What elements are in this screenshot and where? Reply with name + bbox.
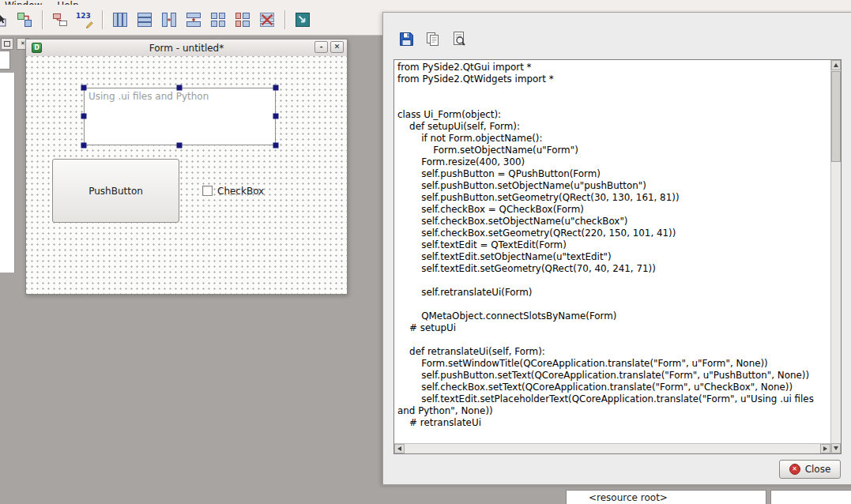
pushbutton-widget[interactable]: PushButton <box>52 159 179 223</box>
code-line: self.checkBox = QCheckBox(Form) <box>397 204 830 216</box>
code-line: self.textEdit.setObjectName(u"textEdit") <box>397 251 830 263</box>
code-line: self.checkBox.setText(QCoreApplication.t… <box>397 382 830 393</box>
code-line: class Ui_Form(object): <box>397 109 830 121</box>
code-line: self.textEdit.setPlaceholderText(QCoreAp… <box>397 393 830 405</box>
break-layout-icon[interactable] <box>258 10 277 29</box>
code-line: def setupUi(self, Form): <box>397 121 830 133</box>
edit-tab-order-icon[interactable]: 123 <box>75 10 94 29</box>
form-canvas[interactable]: Using .ui files and Python PushButton Ch… <box>26 56 347 294</box>
resource-side-panel[interactable] <box>770 490 851 504</box>
close-x-glyph: ✕ <box>792 466 797 472</box>
checkbox-unchecked-icon[interactable] <box>202 186 213 196</box>
minimize-icon: - <box>320 43 323 51</box>
code-line: self.retranslateUi(Form) <box>397 287 830 299</box>
widgetbox-list[interactable] <box>0 73 15 273</box>
pencil-glyph <box>85 21 94 29</box>
code-line <box>397 299 830 310</box>
selection-handle[interactable] <box>81 85 87 91</box>
selection-handle[interactable] <box>177 85 183 91</box>
code-line: QMetaObject.connectSlotsByName(Form) <box>397 310 830 322</box>
code-line: # setupUi <box>397 322 830 334</box>
form-window-title: Form - untitled* <box>26 43 347 54</box>
toolbar-separator <box>42 10 43 29</box>
arrow-right-icon <box>823 446 827 451</box>
scroll-left-button[interactable] <box>394 444 405 453</box>
selection-handle[interactable] <box>273 85 279 91</box>
menubar: Window Help <box>0 0 851 5</box>
code-dialog-toolbar <box>397 30 467 47</box>
dock-float-button[interactable] <box>1 38 13 50</box>
code-line <box>397 275 830 287</box>
code-line <box>397 97 830 109</box>
copy-icon[interactable] <box>424 30 441 47</box>
code-line: from PySide2.QtWidgets import * <box>397 73 830 85</box>
form-window-caption-buttons: - ✕ <box>314 41 344 53</box>
horizontal-scrollbar[interactable] <box>394 443 830 453</box>
code-line <box>397 334 830 346</box>
save-icon[interactable] <box>397 30 415 47</box>
layout-grid-icon[interactable] <box>209 10 228 29</box>
minimize-button[interactable]: - <box>314 41 328 53</box>
resource-root-item[interactable]: <resource root> <box>589 492 668 503</box>
selection-handle[interactable] <box>273 114 279 119</box>
textedit-placeholder: Using .ui files and Python <box>88 91 209 102</box>
selection-handle[interactable] <box>81 114 87 119</box>
arrow-left-icon <box>397 446 401 451</box>
code-text[interactable]: from PySide2.QtGui import *from PySide2.… <box>394 60 830 443</box>
checkbox-widget[interactable]: CheckBox <box>202 175 282 207</box>
checkbox-label: CheckBox <box>217 186 264 197</box>
code-line: self.pushButton = QPushButton(Form) <box>397 168 830 180</box>
edit-widgets-icon[interactable] <box>0 10 9 29</box>
vertical-scrollbar[interactable] <box>830 60 841 453</box>
code-view-frame: from PySide2.QtGui import *from PySide2.… <box>393 59 842 454</box>
float-icon <box>4 41 10 47</box>
selection-handle[interactable] <box>81 143 87 149</box>
code-line: from PySide2.QtGui import * <box>397 62 830 73</box>
arrow-up-icon <box>834 63 838 67</box>
code-line: Form.resize(400, 300) <box>397 156 830 168</box>
edit-signals-slots-icon[interactable] <box>15 10 34 29</box>
form-window-titlebar[interactable]: Form - untitled* D - ✕ <box>26 39 347 57</box>
textedit-widget[interactable]: Using .ui files and Python <box>84 88 276 145</box>
close-button[interactable]: ✕ <box>330 41 344 53</box>
vertical-scrollbar-thumb[interactable] <box>831 71 841 162</box>
layout-vertical-splitter-icon[interactable] <box>184 10 203 29</box>
toolbar-separator <box>102 10 103 29</box>
code-line: self.textEdit.setGeometry(QRect(70, 40, … <box>397 263 830 275</box>
selection-handle[interactable] <box>177 143 183 149</box>
form-editor-window: Form - untitled* D - ✕ Using .ui files a… <box>25 39 348 295</box>
widgetbox-filter-input[interactable] <box>0 51 10 70</box>
menu-help[interactable]: Help <box>52 0 85 5</box>
qt-designer-screen: Window Help 123 <box>0 0 851 504</box>
code-line: self.checkBox.setObjectName(u"checkBox") <box>397 216 830 228</box>
code-line: and Python", None)) <box>397 405 830 417</box>
code-line: Form.setObjectName(u"Form") <box>397 145 830 156</box>
pushbutton-label: PushButton <box>88 186 143 197</box>
selection-handle[interactable] <box>273 143 279 149</box>
code-line: # retranslateUi <box>397 417 830 429</box>
scroll-down-button[interactable] <box>831 443 841 453</box>
tab-order-label: 123 <box>76 12 91 20</box>
arrow-down-icon <box>834 446 838 450</box>
code-line: def retranslateUi(self, Form): <box>397 346 830 358</box>
scroll-up-button[interactable] <box>831 60 841 70</box>
code-line: if not Form.objectName(): <box>397 133 830 145</box>
layout-horizontal-icon[interactable] <box>111 10 130 29</box>
code-line: self.checkBox.setGeometry(QRect(220, 150… <box>397 228 830 239</box>
code-line: self.pushButton.setGeometry(QRect(30, 13… <box>397 192 830 204</box>
layout-vertical-icon[interactable] <box>135 10 154 29</box>
find-icon[interactable] <box>450 30 467 47</box>
layout-form-icon[interactable] <box>233 10 252 29</box>
scroll-right-button[interactable] <box>820 444 830 453</box>
code-line: self.pushButton.setObjectName(u"pushButt… <box>397 180 830 192</box>
edit-buddies-icon[interactable] <box>51 10 70 29</box>
resource-tree-panel[interactable]: <resource root> <box>566 490 766 504</box>
code-preview-dialog: from PySide2.QtGui import *from PySide2.… <box>382 12 851 485</box>
code-line: Form.setWindowTitle(QCoreApplication.tra… <box>397 358 830 370</box>
code-line: self.pushButton.setText(QCoreApplication… <box>397 370 830 382</box>
close-button-label: Close <box>805 464 831 475</box>
adjust-size-icon[interactable] <box>293 10 312 29</box>
close-dialog-button[interactable]: ✕ Close <box>779 460 841 479</box>
layout-horizontal-splitter-icon[interactable] <box>160 10 179 29</box>
menu-window[interactable]: Window <box>0 0 49 5</box>
